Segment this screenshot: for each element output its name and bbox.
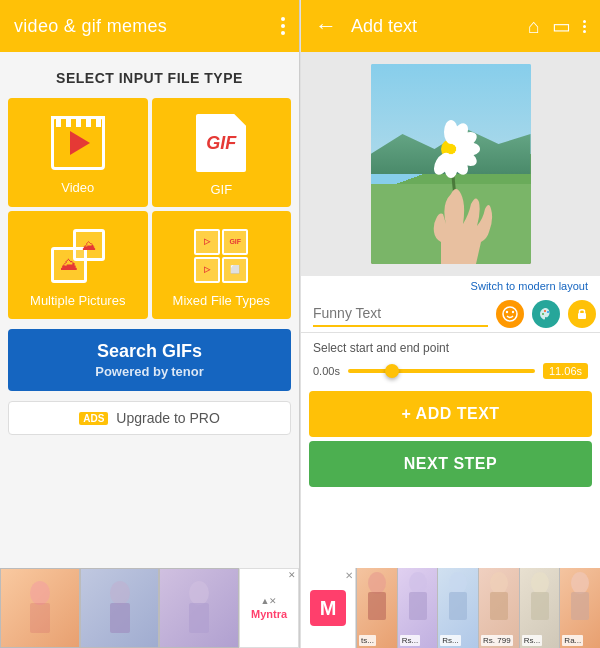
pictures-icon: ⛰ ⛰ xyxy=(51,229,105,283)
svg-rect-1 xyxy=(30,603,50,633)
slider-track[interactable] xyxy=(348,369,535,373)
thumb-fashion-2[interactable] xyxy=(80,568,160,648)
palette-icon-button[interactable] xyxy=(532,300,560,328)
svg-point-31 xyxy=(531,572,549,594)
product-img-2 xyxy=(398,568,438,628)
svg-point-33 xyxy=(571,572,589,594)
sticker-icon-button[interactable] xyxy=(496,300,524,328)
thumb-fashion-3[interactable] xyxy=(159,568,239,648)
slider-label: Select start and end point xyxy=(301,333,600,359)
back-button[interactable]: ← xyxy=(315,13,337,39)
myntra-logo-icon: M xyxy=(310,590,346,626)
product-img-4 xyxy=(479,568,519,628)
video-option[interactable]: Video xyxy=(8,98,148,207)
mixed-file-types-option[interactable]: ▷ GIF ▷ ⬜ Mixed File Types xyxy=(152,211,292,319)
svg-point-18 xyxy=(512,311,514,313)
slider-thumb[interactable] xyxy=(385,364,399,378)
mountain-icon-small: ⛰ xyxy=(82,237,96,253)
right-header: ← Add text ⌂ ▭ xyxy=(301,0,600,52)
gif-option[interactable]: GIF GIF xyxy=(152,98,292,207)
svg-point-29 xyxy=(490,572,508,594)
switch-layout-link[interactable]: Switch to modern layout xyxy=(301,276,600,296)
svg-point-16 xyxy=(503,307,517,321)
search-gifs-title: Search GIFs xyxy=(20,341,279,362)
gif-corner xyxy=(234,114,246,126)
price-label-2: Rs... xyxy=(400,635,420,646)
fashion-silhouette-1 xyxy=(20,578,60,638)
close-ad-icon[interactable]: ✕ xyxy=(288,570,296,580)
multiple-pictures-option[interactable]: ⛰ ⛰ Multiple Pictures xyxy=(8,211,148,319)
puzzle-1: ▷ xyxy=(194,229,220,255)
myntra-ad[interactable]: ✕ M xyxy=(301,568,356,648)
product-img-6 xyxy=(560,568,600,628)
svg-rect-3 xyxy=(110,603,130,633)
app-title: video & gif memes xyxy=(14,16,167,37)
video-label: Video xyxy=(61,180,94,195)
right-menu-button[interactable] xyxy=(583,20,586,33)
file-type-grid: Video GIF GIF ⛰ ⛰ Multiple Pictures xyxy=(0,98,299,319)
svg-rect-32 xyxy=(531,592,549,620)
gif-icon: GIF xyxy=(196,114,246,172)
next-step-button[interactable]: NEXT STEP xyxy=(309,441,592,487)
flower-svg xyxy=(391,94,511,264)
svg-point-21 xyxy=(547,311,549,313)
funny-text-input[interactable] xyxy=(313,301,488,327)
home-icon[interactable]: ⌂ xyxy=(528,15,540,38)
svg-point-23 xyxy=(368,572,386,594)
svg-rect-24 xyxy=(368,592,386,620)
lock-icon-button[interactable] xyxy=(568,300,596,328)
svg-point-0 xyxy=(30,581,50,605)
svg-point-17 xyxy=(506,311,508,313)
select-label: SELECT INPUT FILE TYPE xyxy=(0,52,299,98)
search-gifs-button[interactable]: Search GIFs Powered by tenor xyxy=(8,329,291,391)
add-text-button[interactable]: + ADD TEXT xyxy=(309,391,592,437)
right-header-icons: ⌂ ▭ xyxy=(528,14,586,38)
product-img-3 xyxy=(438,568,478,628)
thumb-ad-left[interactable]: ✕ ▲✕ Myntra xyxy=(239,568,299,648)
mixed-file-types-label: Mixed File Types xyxy=(173,293,270,308)
puzzle-3: ▷ xyxy=(194,257,220,283)
fashion-silhouette-3 xyxy=(179,578,219,638)
close-myntra-ad[interactable]: ✕ xyxy=(345,570,353,581)
fashion-silhouette-2 xyxy=(100,578,140,638)
svg-point-27 xyxy=(449,572,467,594)
price-label-5: Rs... xyxy=(522,635,542,646)
text-input-area xyxy=(301,296,600,333)
myntra-logo: Myntra xyxy=(251,608,287,620)
left-panel: video & gif memes SELECT INPUT FILE TYPE… xyxy=(0,0,299,648)
product-thumb-2[interactable]: Rs... xyxy=(397,568,438,648)
preview-image xyxy=(371,64,531,264)
layout-icon[interactable]: ▭ xyxy=(552,14,571,38)
svg-point-4 xyxy=(189,581,209,605)
thumb-fashion-1[interactable] xyxy=(0,568,80,648)
upgrade-label: Upgrade to PRO xyxy=(116,410,220,426)
product-thumb-5[interactable]: Rs... xyxy=(519,568,560,648)
preview-area xyxy=(301,52,600,276)
slider-start-time: 0.00s xyxy=(313,365,340,377)
product-thumb-6[interactable]: Ra... xyxy=(559,568,600,648)
gif-text: GIF xyxy=(206,133,236,154)
upgrade-button[interactable]: ADS Upgrade to PRO xyxy=(8,401,291,435)
tenor-subtitle: Powered by tenor xyxy=(20,364,279,379)
palette-icon xyxy=(538,306,554,322)
lock-icon xyxy=(574,306,590,322)
menu-button[interactable] xyxy=(281,17,285,35)
svg-rect-5 xyxy=(189,603,209,633)
pic-frame-2: ⛰ xyxy=(73,229,105,261)
product-thumb-4[interactable]: Rs. 799 xyxy=(478,568,519,648)
left-header: video & gif memes xyxy=(0,0,299,52)
svg-rect-28 xyxy=(449,592,467,620)
svg-rect-34 xyxy=(571,592,589,620)
svg-rect-22 xyxy=(578,313,586,319)
price-label-3: Rs... xyxy=(440,635,460,646)
ads-badge: ADS xyxy=(79,412,108,425)
product-img-1 xyxy=(357,568,397,628)
price-label-6: Ra... xyxy=(562,635,583,646)
slider-row: 0.00s 11.06s xyxy=(301,359,600,383)
product-thumb-1[interactable]: ts... xyxy=(356,568,397,648)
gif-label: GIF xyxy=(210,182,232,197)
right-panel: ← Add text ⌂ ▭ xyxy=(300,0,600,648)
mixed-icon: ▷ GIF ▷ ⬜ xyxy=(194,229,248,283)
product-thumb-3[interactable]: Rs... xyxy=(437,568,478,648)
svg-point-2 xyxy=(110,581,130,605)
